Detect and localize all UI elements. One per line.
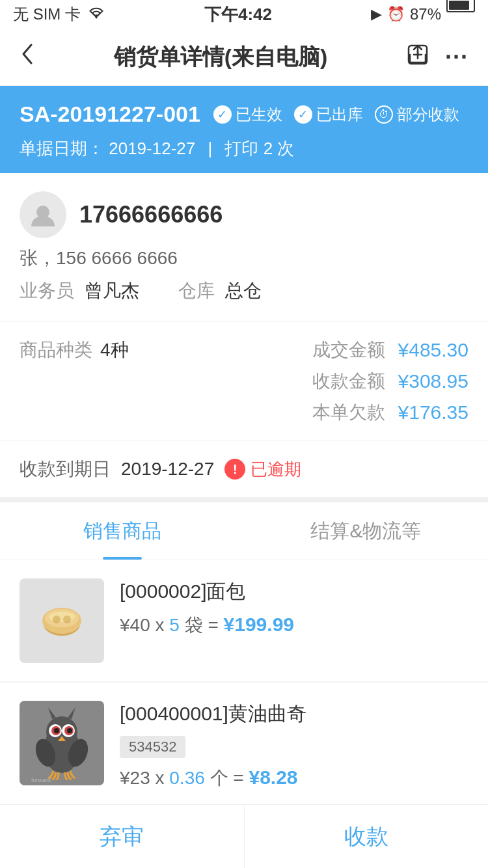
tab-sales-products[interactable]: 销售商品 [0,502,244,560]
check-icon-1: ✓ [213,105,232,124]
status-bar: 无 SIM 卡 下午4:42 ▶ ⏰ 87% [0,0,488,29]
wifi-icon [87,5,105,23]
warehouse-value: 总仓 [225,280,262,301]
list-item: forward [000400001]黄油曲奇 534532 ¥23 x 0.3… [0,683,488,809]
order-id: SA-20191227-001 [20,102,200,127]
avatar [20,191,66,238]
product-kinds: 商品种类 4种 [20,338,129,362]
location-icon: ▶ [371,6,382,23]
product-tabs: 销售商品 结算&物流等 [0,502,488,560]
check-icon-2: ✓ [294,105,312,124]
total-price-2: ¥8.28 [249,766,297,788]
product-badge: 534532 [120,736,185,758]
quantity-1: 5 [169,615,180,635]
list-item: [0000002]面包 ¥40 x 5 袋 = ¥199.99 [0,560,488,681]
battery-percent: 87% [410,5,441,23]
svg-point-0 [96,17,98,19]
salesperson-field: 业务员 曾凡杰 [20,278,139,303]
order-header: SA-20191227-001 ✓ 已生效 ✓ 已出库 ⏱ 部分收款 单据日期：… [0,86,488,173]
overdue-badge: ! 已逾期 [224,458,301,481]
overdue-icon: ! [224,459,245,480]
product-thumbnail-1 [20,578,104,663]
badge-effective: ✓ 已生效 [213,104,282,125]
share-icon[interactable] [406,43,429,71]
debt-amount-row: 本单欠款 ¥176.35 [312,400,468,425]
customer-contact: 张，156 6666 6666 [20,246,468,271]
collect-payment-button[interactable]: 收款 [245,805,489,868]
salesperson-value: 曾凡杰 [85,280,139,301]
stats-right: 成交金额 ¥485.30 收款金额 ¥308.95 本单欠款 ¥176.35 [312,338,468,425]
order-date-row: 单据日期： 2019-12-27 | 打印 2 次 [20,137,468,160]
status-badges: ✓ 已生效 ✓ 已出库 ⏱ 部分收款 [213,104,459,125]
deal-amount-row: 成交金额 ¥485.30 [312,338,468,362]
product-info-1: [0000002]面包 ¥40 x 5 袋 = ¥199.99 [120,578,468,638]
badge-shipped: ✓ 已出库 [294,104,363,125]
product-thumbnail-2: forward [20,701,104,785]
quantity-2: 0.36 [169,768,205,788]
warehouse-field: 仓库 总仓 [178,278,262,303]
stats-section: 商品种类 4种 成交金额 ¥485.30 收款金额 ¥308.95 本单欠款 ¥… [0,322,488,441]
battery-icon [446,0,475,31]
status-right: ▶ ⏰ 87% [371,0,475,31]
badge-partial-payment: ⏱ 部分收款 [375,104,459,125]
svg-point-7 [53,616,61,623]
customer-meta: 业务员 曾凡杰 仓库 总仓 [20,278,468,303]
alarm-icon: ⏰ [387,6,405,23]
debt-amount: ¥176.35 [398,401,468,424]
product-info-2: [000400001]黄油曲奇 534532 ¥23 x 0.36 个 = ¥8… [120,701,468,791]
svg-point-8 [63,616,71,623]
carrier-label: 无 SIM 卡 [13,4,81,25]
back-button[interactable] [20,41,35,73]
product-name-2: [000400001]黄油曲奇 [120,701,468,727]
received-amount-row: 收款金额 ¥308.95 [312,369,468,394]
nav-bar: 销货单详情(来自电脑) ··· [0,29,488,86]
more-icon[interactable]: ··· [445,44,468,71]
tab-settlement[interactable]: 结算&物流等 [244,502,488,560]
product-price-1: ¥40 x 5 袋 = ¥199.99 [120,613,468,638]
svg-point-6 [49,612,75,622]
print-separator: | [208,139,212,158]
clock-icon: ⏱ [375,105,393,124]
product-list: [0000002]面包 ¥40 x 5 袋 = ¥199.99 [0,560,488,823]
svg-point-18 [54,728,59,733]
due-date-section: 收款到期日 2019-12-27 ! 已逾期 [0,441,488,502]
svg-text:forward: forward [31,777,51,783]
total-price-1: ¥199.99 [224,614,294,635]
stats-left: 商品种类 4种 [20,338,129,362]
status-time: 下午4:42 [204,3,272,26]
product-price-2: ¥23 x 0.36 个 = ¥8.28 [120,766,468,791]
customer-section: 17666666666 张，156 6666 6666 业务员 曾凡杰 仓库 总… [0,173,488,322]
customer-id: 17666666666 [79,201,223,228]
deal-amount: ¥485.30 [398,339,468,361]
abandon-review-button[interactable]: 弃审 [0,805,245,868]
bottom-bar: 弃审 收款 [0,804,488,868]
page-title: 销货单详情(来自电脑) [114,42,328,72]
received-amount: ¥308.95 [398,370,468,392]
svg-point-19 [67,728,72,733]
status-left: 无 SIM 卡 [13,4,105,25]
product-name-1: [0000002]面包 [120,578,468,605]
nav-actions: ··· [406,43,468,71]
